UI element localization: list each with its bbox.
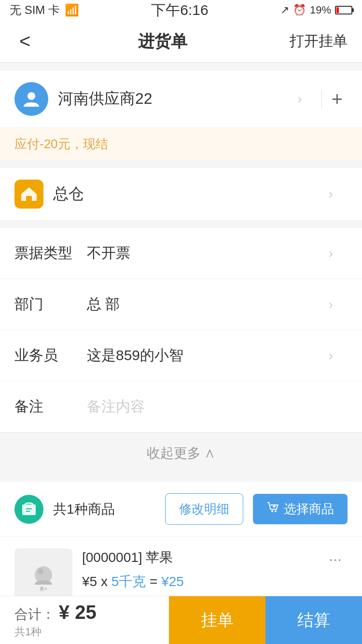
product-code-name: [0000001] 苹果: [82, 548, 313, 567]
alarm-icon: ⏰: [293, 4, 306, 16]
payment-note: 应付-20元，现结: [0, 128, 362, 160]
svg-rect-2: [22, 504, 36, 515]
supplier-name[interactable]: 河南供应商22: [58, 88, 297, 110]
total-section: 合计： ¥ 25 共1种: [0, 602, 169, 639]
warehouse-row[interactable]: 总仓 ›: [0, 168, 362, 220]
status-bar: 无 SIM 卡 📶 下午6:16 ↗ ⏰ 19%: [0, 0, 362, 20]
remark-row[interactable]: 备注 备注内容: [0, 381, 362, 432]
select-product-button[interactable]: 选择商品: [253, 494, 348, 524]
svg-point-0: [28, 92, 35, 100]
product-qty: 5千克: [111, 574, 146, 589]
product-name: 苹果: [146, 550, 173, 565]
back-button[interactable]: <: [14, 26, 35, 57]
carrier-label: 无 SIM 卡: [10, 2, 60, 18]
total-count: 共1种: [14, 625, 154, 639]
salesman-value: 这是859的小智: [87, 346, 329, 365]
salesman-label: 业务员: [14, 346, 77, 365]
salesman-chevron-icon: ›: [329, 348, 333, 364]
warehouse-section: 总仓 ›: [0, 168, 362, 220]
hang-button[interactable]: 挂单: [169, 596, 265, 644]
select-product-label: 选择商品: [284, 501, 334, 518]
total-amount: ¥ 25: [59, 602, 97, 623]
svg-point-5: [271, 510, 273, 512]
battery-icon: [335, 6, 352, 14]
product-code: [0000001]: [82, 550, 142, 565]
remark-label: 备注: [14, 397, 77, 417]
department-label: 部门: [14, 294, 77, 314]
department-value: 总 部: [87, 294, 329, 314]
supplier-divider: [321, 89, 322, 109]
svg-point-8: [38, 568, 43, 574]
status-time: 下午6:16: [151, 0, 208, 20]
product-multiply: x: [101, 574, 111, 589]
remark-placeholder: 备注内容: [87, 397, 348, 417]
collapse-bar[interactable]: 收起更多 ∧: [0, 432, 362, 474]
nav-bar: < 进货单 打开挂单: [0, 20, 362, 63]
invoice-type-value: 不开票: [87, 243, 329, 263]
invoice-chevron-icon: ›: [329, 246, 333, 261]
svg-rect-1: [26, 196, 32, 201]
svg-text:兽+: 兽+: [40, 586, 47, 591]
warehouse-icon: [14, 180, 43, 209]
status-right: ↗ ⏰ 19%: [280, 4, 352, 16]
svg-point-6: [275, 510, 277, 512]
page-title: 进货单: [138, 30, 187, 53]
bottom-bar: 合计： ¥ 25 共1种 挂单 结算: [0, 596, 362, 644]
wifi-icon: 📶: [65, 3, 79, 17]
product-icon: [14, 495, 43, 524]
product-info: [0000001] 苹果 ¥5 x 5千克 = ¥25: [82, 548, 313, 591]
department-chevron-icon: ›: [329, 297, 333, 312]
product-menu-button[interactable]: ···: [323, 548, 348, 570]
cart-icon: [266, 501, 280, 518]
supplier-avatar: [14, 82, 48, 116]
supplier-section: 河南供应商22 › + 应付-20元，现结: [0, 70, 362, 160]
invoice-type-label: 票据类型: [14, 243, 77, 263]
form-section: 票据类型 不开票 › 部门 总 部 › 业务员 这是859的小智 › 备注 备注…: [0, 228, 362, 474]
location-icon: ↗: [280, 4, 289, 16]
checkout-button[interactable]: 结算: [265, 596, 362, 644]
add-supplier-button[interactable]: +: [327, 84, 348, 115]
product-equals: =: [150, 574, 161, 589]
product-count-label: 共1种商品: [53, 500, 155, 518]
product-price: ¥5 x 5千克 = ¥25: [82, 573, 313, 591]
products-header: 共1种商品 修改明细 选择商品: [0, 482, 362, 536]
warehouse-name: 总仓: [53, 183, 329, 205]
salesman-row[interactable]: 业务员 这是859的小智 ›: [0, 330, 362, 381]
edit-detail-button[interactable]: 修改明细: [165, 493, 243, 525]
supplier-chevron-icon: ›: [297, 91, 302, 107]
total-label: 合计：: [14, 607, 55, 622]
department-row[interactable]: 部门 总 部 ›: [0, 279, 362, 330]
battery-label: 19%: [310, 4, 331, 16]
product-total: ¥25: [161, 574, 184, 589]
status-left: 无 SIM 卡 📶: [10, 2, 79, 18]
supplier-row: 河南供应商22 › +: [0, 70, 362, 128]
warehouse-chevron-icon: ›: [329, 186, 333, 202]
product-unit-price: ¥5: [82, 574, 97, 589]
open-hang-button[interactable]: 打开挂单: [290, 31, 348, 51]
invoice-type-row[interactable]: 票据类型 不开票 ›: [0, 228, 362, 279]
